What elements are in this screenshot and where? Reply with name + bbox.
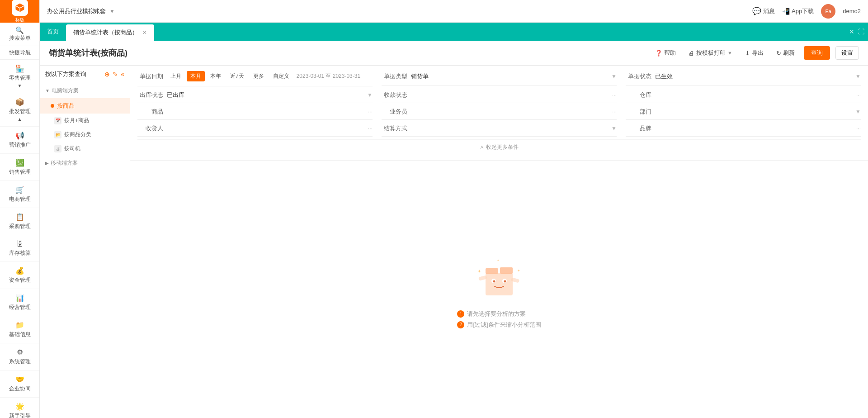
filter-brand: 品牌 ··· [626, 124, 861, 137]
left-panel-icons: ⊕ ✎ « [104, 71, 124, 78]
mobile-group-label: 移动端方案 [51, 159, 78, 167]
sidebar-item-retail[interactable]: 🏪 零售管理 ▼ [0, 60, 39, 93]
tab-sales-stats[interactable]: 销货单统计表（按商品） ✕ [66, 24, 154, 41]
payment-control[interactable]: ▼ [411, 125, 617, 132]
department-dropdown-arrow[interactable]: ▼ [855, 109, 861, 115]
message-btn[interactable]: 💬 消息 [752, 7, 775, 15]
brand-label: 品牌 [626, 124, 655, 133]
consignee-more[interactable]: ··· [368, 125, 373, 132]
filter-out-status: 出库状态 已出库 ▼ [137, 91, 373, 103]
svg-point-5 [493, 280, 495, 282]
doc-status-control[interactable]: 已生效 ▼ [655, 72, 861, 81]
right-content: 单据日期 上月 本月 本年 近7天 更多 自定义 2023-03-01 至 20… [130, 66, 868, 418]
doc-type-label: 单据类型 [382, 72, 411, 81]
sidebar-item-inventory[interactable]: 🗄 库存核算 [0, 235, 39, 262]
doc-type-control[interactable]: 销货单 ▼ [411, 72, 617, 81]
brand-control[interactable]: ··· [655, 125, 861, 132]
marketing-icon: 📢 [15, 131, 24, 140]
empty-illustration: ✦ ✦ ✦ [472, 250, 526, 304]
pc-group-title[interactable]: ▼ 电脑端方案 [40, 83, 130, 98]
refresh-btn[interactable]: ↻ 刷新 [773, 47, 798, 59]
sidebar-item-enterprise[interactable]: 🤝 企业协同 [0, 370, 39, 398]
app-download-btn[interactable]: 📲 App下载 [782, 7, 814, 15]
svg-rect-2 [500, 267, 513, 274]
industry-label[interactable]: 办公用品行业模拟账套 [47, 7, 106, 15]
warehouse-control[interactable]: ··· [655, 92, 861, 98]
sidebar-item-ecommerce[interactable]: 🛒 电商管理 [0, 181, 39, 208]
consignee-control[interactable]: ··· [167, 125, 373, 132]
doc-type-dropdown-arrow[interactable]: ▼ [611, 73, 617, 80]
date-control: 上月 本月 本年 近7天 更多 自定义 2023-03-01 至 2023-03… [167, 71, 373, 81]
sidebar-item-system[interactable]: ⚙ 系统管理 [0, 343, 39, 370]
sidebar: 标版 🔍 搜索菜单 快捷导航 🏪 零售管理 ▼ 📦 批发管理 ▲ 📢 营销推广 … [0, 0, 40, 418]
svg-rect-1 [486, 268, 498, 274]
scheme-by-month-product[interactable]: 📅 按月+商品 [40, 114, 130, 128]
product-control[interactable]: ··· [167, 109, 373, 115]
date-more[interactable]: 更多 [250, 71, 268, 81]
receipt-status-more[interactable]: ··· [612, 92, 617, 98]
salesperson-control[interactable]: ··· [411, 109, 617, 115]
sidebar-item-wholesale[interactable]: 📦 批发管理 ▲ [0, 93, 39, 127]
tab-bar-right: ✕ ⛶ [849, 23, 868, 41]
out-status-label: 出库状态 [137, 91, 167, 99]
department-control[interactable]: ▼ [655, 109, 861, 115]
doc-status-dropdown-arrow[interactable]: ▼ [855, 73, 861, 80]
left-panel-header: 按以下方案查询 ⊕ ✎ « [40, 66, 130, 83]
sidebar-item-sales[interactable]: 💹 销售管理 [0, 154, 39, 181]
scheme-by-category[interactable]: 📂 按商品分类 [40, 128, 130, 142]
page-content: 销货单统计表(按商品) ❓ 帮助 🖨 按模板打印 ▼ ⬇ 导出 ↻ 刷新 [40, 41, 868, 418]
out-status-dropdown-arrow[interactable]: ▼ [367, 92, 373, 98]
help-icon: ❓ [655, 50, 662, 57]
consignee-label: 收货人 [137, 124, 167, 133]
sidebar-item-procurement[interactable]: 📋 采购管理 [0, 208, 39, 235]
sidebar-item-finance[interactable]: 💰 资金管理 [0, 262, 39, 289]
avatar[interactable]: Ea [821, 4, 835, 19]
collapse-panel-btn[interactable]: « [121, 71, 124, 78]
sidebar-item-basics[interactable]: 📁 基础信息 [0, 316, 39, 343]
maximize-window-btn[interactable]: ⛶ [858, 28, 864, 35]
out-status-control[interactable]: 已出库 ▼ [167, 91, 373, 99]
doc-status-label: 单据状态 [626, 72, 655, 81]
brand-more[interactable]: ··· [856, 125, 861, 132]
payment-dropdown-arrow[interactable]: ▼ [611, 125, 617, 132]
app-subtitle: 标版 [15, 17, 24, 23]
sidebar-item-marketing[interactable]: 📢 营销推广 [0, 127, 39, 154]
sidebar-item-operations[interactable]: 📊 经营管理 [0, 289, 39, 316]
header-right: 💬 消息 📲 App下载 Ea demo2 [752, 4, 861, 19]
print-dropdown-arrow[interactable]: ▼ [727, 50, 732, 56]
collapse-conditions-btn[interactable]: ∧ 收起更多条件 [137, 139, 861, 155]
receipt-status-control[interactable]: ··· [411, 92, 617, 98]
date-last-month[interactable]: 上月 [167, 71, 185, 81]
sidebar-item-guide[interactable]: 🌟 新手引导 [0, 398, 39, 418]
industry-dropdown-arrow[interactable]: ▼ [109, 8, 115, 14]
date-7days[interactable]: 近7天 [226, 71, 248, 81]
salesperson-more[interactable]: ··· [612, 109, 617, 115]
help-btn[interactable]: ❓ 帮助 [651, 47, 679, 59]
page-header: 销货单统计表(按商品) ❓ 帮助 🖨 按模板打印 ▼ ⬇ 导出 ↻ 刷新 [40, 41, 868, 66]
scheme-by-product[interactable]: 按商品 [40, 98, 130, 114]
refresh-icon: ↻ [776, 50, 781, 57]
settings-btn[interactable]: 设置 [835, 46, 859, 60]
sidebar-shortcut[interactable]: 快捷导航 [0, 46, 39, 60]
main-area: 办公用品行业模拟账套 ▼ 💬 消息 📲 App下载 Ea demo2 首页 销货… [40, 0, 868, 418]
mobile-group-title[interactable]: ▶ 移动端方案 [40, 156, 130, 171]
tab-home[interactable]: 首页 [40, 23, 66, 41]
date-custom[interactable]: 自定义 [269, 71, 293, 81]
pc-group-label: 电脑端方案 [52, 87, 79, 95]
sales-icon: 💹 [15, 158, 24, 167]
edit-scheme-btn[interactable]: ✎ [113, 71, 118, 78]
date-this-month[interactable]: 本月 [187, 71, 205, 81]
scheme-by-printer[interactable]: 🖨 按司机 [40, 142, 130, 156]
export-btn[interactable]: ⬇ 导出 [741, 47, 767, 59]
tab-close-btn[interactable]: ✕ [142, 29, 147, 36]
close-window-btn[interactable]: ✕ [849, 28, 854, 35]
user-name[interactable]: demo2 [843, 8, 861, 14]
print-btn[interactable]: 🖨 按模板打印 ▼ [685, 47, 736, 59]
sidebar-search[interactable]: 🔍 搜索菜单 [0, 23, 39, 46]
warehouse-more[interactable]: ··· [856, 92, 861, 98]
query-btn[interactable]: 查询 [804, 46, 830, 60]
add-scheme-btn[interactable]: ⊕ [104, 71, 110, 78]
date-this-year[interactable]: 本年 [207, 71, 225, 81]
product-more[interactable]: ··· [368, 109, 373, 115]
top-header: 办公用品行业模拟账套 ▼ 💬 消息 📲 App下载 Ea demo2 [40, 0, 868, 23]
